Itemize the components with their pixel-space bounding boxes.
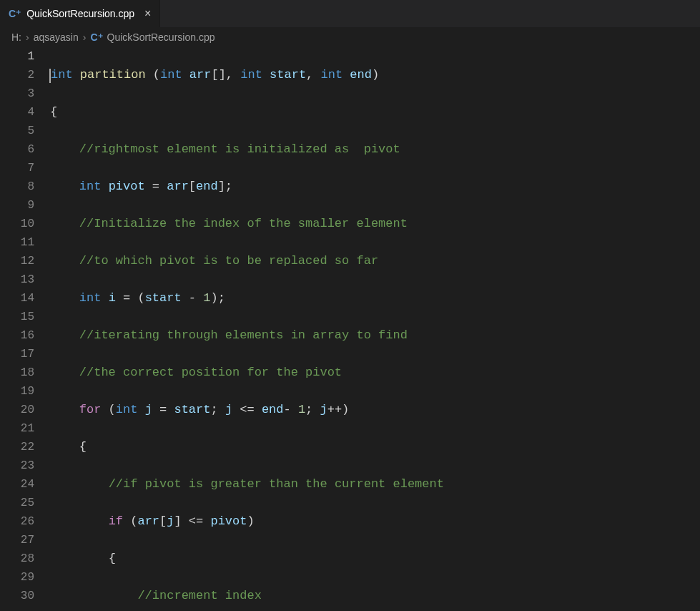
comment: //to which pivot is to be replaced so fa…	[79, 254, 378, 268]
line-number: 29	[0, 568, 34, 587]
line-number: 8	[0, 177, 34, 196]
keyword: if	[109, 514, 123, 528]
line-number: 30	[0, 587, 34, 605]
punct: {	[109, 552, 116, 565]
code-line: {	[50, 438, 700, 456]
cpp-file-icon: C⁺	[9, 8, 21, 19]
punct: ,	[306, 68, 320, 82]
punct: [	[189, 180, 196, 193]
variable: arr	[167, 180, 189, 193]
line-number-gutter: 1 2 3 4 5 6 7 8 9 10 11 12 13 14 15 16 1…	[0, 47, 50, 611]
code-area[interactable]: int partition (int arr[], int start, int…	[50, 47, 700, 611]
comment: //iterating through elements in array to…	[79, 328, 408, 342]
variable: pivot	[210, 514, 247, 528]
operator: <=	[232, 403, 262, 416]
variable: start	[174, 403, 210, 416]
line-number: 6	[0, 140, 34, 159]
operator: <=	[189, 514, 211, 528]
punct: (	[123, 514, 137, 528]
code-line: int partition (int arr[], int start, int…	[50, 66, 700, 84]
line-number: 14	[0, 289, 34, 308]
line-number: 26	[0, 512, 34, 531]
code-editor[interactable]: 1 2 3 4 5 6 7 8 9 10 11 12 13 14 15 16 1…	[0, 47, 700, 611]
tab-quicksortrecursion[interactable]: C⁺ QuickSortRecursion.cpp ×	[0, 0, 160, 27]
variable: end	[196, 180, 218, 193]
breadcrumb-drive[interactable]: H:	[11, 31, 21, 43]
punct: [],	[211, 68, 240, 82]
line-number: 12	[0, 252, 34, 270]
line-number: 15	[0, 308, 34, 326]
punct: );	[210, 291, 225, 305]
punct: ;	[210, 403, 225, 416]
cpp-file-icon: C⁺	[90, 31, 102, 43]
chevron-right-icon: ›	[83, 31, 87, 43]
punct: )	[247, 514, 254, 528]
operator: =	[145, 180, 167, 193]
punct: )	[372, 68, 379, 82]
line-number: 23	[0, 456, 34, 475]
variable: end	[350, 68, 372, 82]
punct: ;	[305, 403, 320, 416]
line-number: 4	[0, 103, 34, 122]
code-line: int pivot = arr[end];	[50, 177, 700, 196]
line-number: 25	[0, 494, 34, 512]
code-line: {	[50, 103, 700, 122]
variable: j	[320, 403, 327, 416]
number: 1	[203, 291, 210, 305]
comment: //the correct position for the pivot	[79, 366, 342, 379]
chevron-right-icon: ›	[26, 31, 29, 43]
punct: ];	[218, 180, 232, 193]
function-name: partition	[80, 68, 146, 82]
tab-filename: QuickSortRecursion.cpp	[26, 8, 134, 19]
variable: end	[262, 403, 284, 416]
code-line: int i = (start - 1);	[50, 289, 700, 308]
code-line: //the correct position for the pivot	[50, 363, 700, 382]
code-line: if (arr[j] <= pivot)	[50, 512, 700, 531]
code-line: for (int j = start; j <= end- 1; j++)	[50, 401, 700, 419]
comment: //rightmost element is initialized as pi…	[79, 142, 400, 156]
code-line: //if pivot is greater than the current e…	[50, 475, 700, 494]
line-number: 11	[0, 233, 34, 252]
operator: =	[152, 403, 174, 416]
keyword: int	[240, 68, 262, 82]
breadcrumb-folder[interactable]: aqsayasin	[34, 31, 79, 43]
punct: ]	[174, 514, 188, 528]
line-number: 13	[0, 270, 34, 289]
line-number: 17	[0, 345, 34, 363]
breadcrumb: H: › aqsayasin › C⁺ QuickSortRecursion.c…	[0, 27, 700, 47]
line-number: 7	[0, 159, 34, 177]
line-number: 5	[0, 122, 34, 140]
line-number: 9	[0, 196, 34, 215]
line-number: 24	[0, 475, 34, 494]
variable: pivot	[109, 180, 145, 193]
punct: [	[159, 514, 167, 528]
line-number: 22	[0, 438, 34, 456]
punct: (	[101, 403, 115, 416]
line-number: 18	[0, 363, 34, 382]
punct: {	[50, 105, 57, 119]
keyword: int	[116, 403, 138, 416]
line-number: 27	[0, 531, 34, 549]
tab-bar: C⁺ QuickSortRecursion.cpp ×	[0, 0, 700, 27]
line-number: 3	[0, 84, 34, 103]
comment: //Initialize the index of the smaller el…	[79, 217, 408, 230]
number: 1	[298, 403, 305, 416]
variable: start	[270, 68, 306, 82]
line-number: 19	[0, 382, 34, 401]
line-number: 10	[0, 215, 34, 233]
breadcrumb-file[interactable]: QuickSortRecursion.cpp	[107, 31, 215, 43]
code-line: //Initialize the index of the smaller el…	[50, 215, 700, 233]
variable: arr	[137, 514, 159, 528]
operator: = (	[116, 291, 145, 305]
comment: //if pivot is greater than the current e…	[109, 477, 444, 491]
line-number: 16	[0, 326, 34, 345]
punct: {	[79, 440, 87, 454]
variable: j	[145, 403, 152, 416]
code-line: //iterating through elements in array to…	[50, 326, 700, 345]
comment: //increment index	[137, 589, 261, 602]
close-icon[interactable]: ×	[144, 7, 151, 20]
line-number: 1	[0, 47, 34, 66]
variable: j	[167, 514, 174, 528]
code-line: //rightmost element is initialized as pi…	[50, 140, 700, 159]
variable: arr	[189, 68, 212, 82]
